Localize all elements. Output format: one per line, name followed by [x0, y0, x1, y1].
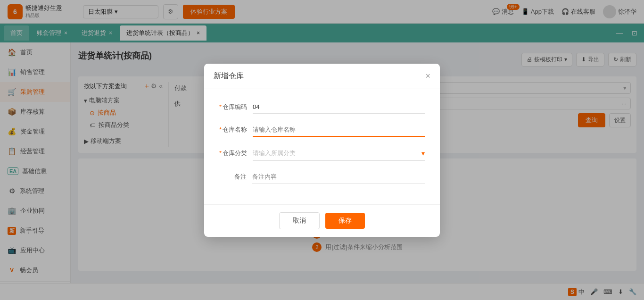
warehouse-name-input[interactable]	[253, 123, 425, 137]
name-label: 仓库名称	[219, 125, 253, 134]
modal-body: 仓库编码 仓库名称 仓库分类 请输入所属分类 ▾ 备注	[204, 89, 440, 204]
modal-title: 新增仓库	[214, 71, 244, 81]
modal-overlay[interactable]: 新增仓库 × 仓库编码 仓库名称 仓库分类 请输入所属分类 ▾	[0, 0, 644, 300]
cancel-button[interactable]: 取消	[279, 212, 320, 229]
warehouse-category-row: 仓库分类 请输入所属分类 ▾	[219, 146, 425, 161]
modal-header: 新增仓库 ×	[204, 64, 440, 89]
modal-footer: 取消 保存	[204, 204, 440, 237]
new-warehouse-modal: 新增仓库 × 仓库编码 仓库名称 仓库分类 请输入所属分类 ▾	[204, 64, 440, 237]
warehouse-code-input[interactable]	[253, 100, 425, 114]
warehouse-name-row: 仓库名称	[219, 123, 425, 137]
category-dropdown-icon: ▾	[421, 150, 425, 157]
modal-close-button[interactable]: ×	[425, 71, 430, 81]
warehouse-code-row: 仓库编码	[219, 100, 425, 114]
warehouse-note-row: 备注	[219, 170, 425, 183]
category-label: 仓库分类	[219, 149, 253, 158]
warehouse-category-select[interactable]: 请输入所属分类 ▾	[253, 146, 425, 161]
note-label: 备注	[219, 173, 252, 181]
category-placeholder: 请输入所属分类	[253, 149, 296, 158]
save-button[interactable]: 保存	[325, 213, 365, 229]
code-label: 仓库编码	[219, 103, 253, 111]
warehouse-note-input[interactable]	[252, 170, 425, 183]
